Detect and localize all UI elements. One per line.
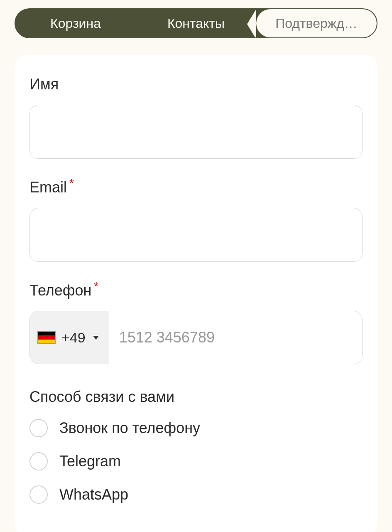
radio-icon [29, 485, 48, 504]
phone-label: Телефон* [29, 282, 363, 299]
step-label: Корзина [50, 16, 101, 31]
step-contacts[interactable]: Контакты [136, 9, 256, 37]
radio-label: WhatsApp [59, 486, 128, 503]
contact-option-phone-call[interactable]: Звонок по телефону [29, 419, 363, 437]
required-mark: * [69, 177, 74, 190]
radio-icon [29, 452, 48, 470]
step-label: Контакты [167, 16, 225, 31]
radio-icon [29, 419, 48, 437]
email-label: Email* [29, 179, 363, 196]
phone-prefix-text: +49 [61, 330, 86, 346]
contact-method-label: Способ связи с вами [29, 388, 363, 406]
phone-country-selector[interactable]: +49 [30, 311, 109, 364]
radio-label: Звонок по телефону [59, 419, 200, 437]
germany-flag-icon [37, 331, 56, 344]
phone-field: +49 [29, 311, 363, 364]
name-label: Имя [29, 76, 363, 93]
email-input[interactable] [29, 208, 363, 262]
chevron-down-icon [93, 336, 99, 340]
phone-input[interactable] [109, 311, 362, 364]
contact-form-card: Имя Email* Телефон* +49 Способ связи с в… [15, 55, 377, 532]
name-input[interactable] [29, 105, 363, 159]
contact-option-whatsapp[interactable]: WhatsApp [29, 485, 363, 504]
checkout-stepper: Корзина Контакты Подтвержд… [15, 8, 377, 38]
radio-label: Telegram [59, 453, 121, 470]
step-confirm[interactable]: Подтвержд… [256, 9, 377, 37]
step-cart[interactable]: Корзина [15, 9, 136, 37]
contact-option-telegram[interactable]: Telegram [29, 452, 363, 470]
required-mark: * [94, 280, 98, 293]
step-label: Подтвержд… [275, 16, 358, 31]
